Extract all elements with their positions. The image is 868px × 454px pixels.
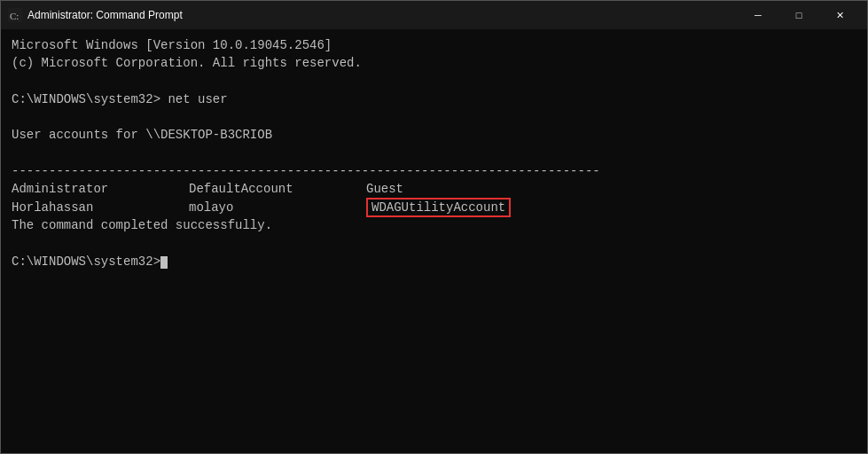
output-line-2: (c) Microsoft Corporation. All rights re… bbox=[12, 54, 856, 72]
col2-row1: DefaultAccount bbox=[189, 180, 366, 198]
blank-line bbox=[12, 234, 856, 252]
success-message: The command completed successfully. bbox=[12, 216, 856, 234]
svg-text:C:: C: bbox=[10, 11, 19, 21]
col1-row2: Horlahassan bbox=[12, 199, 189, 216]
cmd-window: C: Administrator: Command Prompt ─ □ ✕ M… bbox=[0, 0, 868, 454]
output-line-7 bbox=[12, 145, 856, 162]
terminal-body[interactable]: Microsoft Windows [Version 10.0.19045.25… bbox=[1, 29, 867, 453]
window-controls: ─ □ ✕ bbox=[738, 1, 860, 29]
cmd-icon: C: bbox=[8, 8, 22, 22]
output-line-5 bbox=[12, 108, 856, 126]
user-accounts-header: User accounts for \\DESKTOP-B3CRIOB bbox=[12, 126, 856, 144]
close-button[interactable]: ✕ bbox=[819, 1, 860, 29]
col1-row1: Administrator bbox=[12, 180, 189, 198]
cursor bbox=[160, 256, 168, 269]
output-line-1: Microsoft Windows [Version 10.0.19045.25… bbox=[12, 36, 856, 54]
col2-row2: molayo bbox=[189, 199, 366, 216]
output-line-3 bbox=[12, 73, 856, 90]
wdag-utility-account-highlighted: WDAGUtilityAccount bbox=[366, 198, 511, 217]
command-line: C:\WINDOWS\system32> net user bbox=[12, 90, 856, 108]
user-table-row1: AdministratorDefaultAccountGuest bbox=[12, 180, 856, 198]
col3-row1: Guest bbox=[366, 182, 403, 196]
user-table-row2: HorlahassanmolayoWDAGUtilityAccount bbox=[12, 199, 856, 216]
minimize-button[interactable]: ─ bbox=[738, 1, 778, 29]
maximize-button[interactable]: □ bbox=[778, 1, 819, 29]
window-title: Administrator: Command Prompt bbox=[27, 9, 738, 21]
separator: ----------------------------------------… bbox=[12, 162, 856, 180]
final-prompt: C:\WINDOWS\system32> bbox=[12, 253, 856, 270]
titlebar: C: Administrator: Command Prompt ─ □ ✕ bbox=[1, 1, 867, 29]
